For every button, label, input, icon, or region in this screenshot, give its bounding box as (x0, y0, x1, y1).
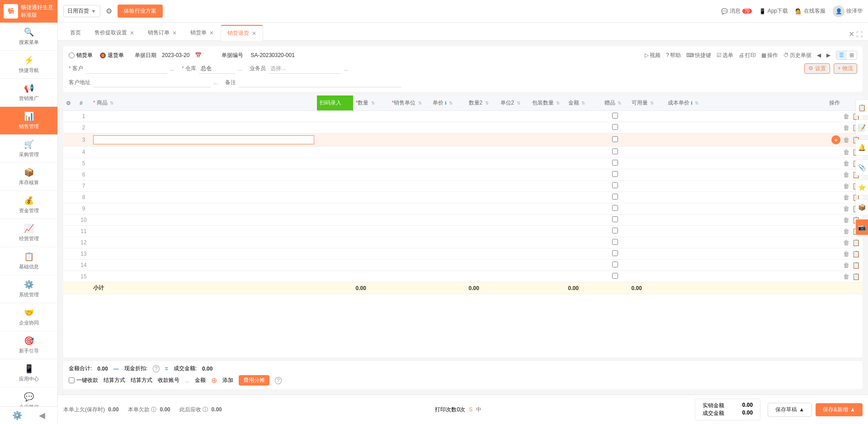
rp-btn-6[interactable]: 📦 (855, 199, 868, 215)
cell-qty-4[interactable] (353, 147, 389, 158)
sidebar-item-basic[interactable]: 📋基础信息 (0, 247, 57, 275)
cell-pack-qty-8[interactable] (529, 192, 566, 203)
cell-sales-unit-6[interactable] (389, 169, 430, 181)
cell-qty2-10[interactable] (466, 214, 498, 226)
cell-unit-price-6[interactable] (430, 169, 466, 181)
cell-qty-5[interactable] (353, 158, 389, 169)
shortcut-btn[interactable]: ⌨ 快捷键 (686, 52, 711, 59)
sidebar-item-finance[interactable]: 💰资金管理 (0, 191, 57, 219)
cell-qty2-8[interactable] (466, 192, 498, 203)
cell-amount-7[interactable] (566, 181, 602, 192)
rp-btn-1[interactable]: 📋 (855, 100, 868, 116)
cell-unit-price-12[interactable] (430, 237, 466, 248)
tab-close-order[interactable]: ✕ (172, 30, 177, 36)
cell-pack-qty-10[interactable] (529, 214, 566, 226)
cell-unit2-15[interactable] (498, 271, 529, 282)
help-circle-icon[interactable]: ? (153, 365, 160, 372)
gift-checkbox-12[interactable] (612, 239, 618, 245)
sidebar-item-purchase[interactable]: 🛒采购管理 (0, 135, 57, 163)
available-sort-icon[interactable]: ⇅ (650, 100, 654, 105)
tab-close-sales[interactable]: ✕ (209, 30, 214, 36)
cell-pack-qty-6[interactable] (529, 169, 566, 181)
cell-cost-price-13[interactable] (665, 248, 827, 260)
column-settings-icon[interactable]: ⚙ (66, 100, 71, 106)
cell-available-14[interactable] (629, 260, 665, 271)
cell-cost-price-1[interactable] (665, 111, 827, 122)
save-dropdown-icon[interactable]: ▲ (850, 406, 855, 413)
set-btn[interactable]: ⚙ 设置 (804, 63, 830, 74)
cell-amount-5[interactable] (566, 158, 602, 169)
note-input[interactable] (239, 77, 401, 87)
draft-dropdown-icon[interactable]: ▲ (799, 406, 804, 413)
cell-qty2-5[interactable] (466, 158, 498, 169)
cell-goods-3[interactable] (90, 133, 317, 147)
cell-sales-unit-10[interactable] (389, 214, 430, 226)
cell-cost-price-9[interactable] (665, 203, 827, 214)
cell-qty2-2[interactable] (466, 122, 498, 133)
del-btn-'+i+'[interactable]: 🗑 (843, 250, 849, 257)
rp-btn-5[interactable]: ⭐ (855, 179, 868, 195)
del-btn-'+i+'[interactable]: 🗑 (843, 136, 849, 143)
save-draft-btn[interactable]: 保存草稿 ▲ (768, 403, 812, 417)
tab-close-price[interactable]: ✕ (130, 30, 134, 36)
cell-pack-qty-2[interactable] (529, 122, 566, 133)
gift-checkbox-7[interactable] (612, 182, 618, 188)
cell-pack-qty-1[interactable] (529, 111, 566, 122)
cell-unit-price-3[interactable] (430, 133, 466, 147)
cell-cost-price-10[interactable] (665, 214, 827, 226)
cell-amount-14[interactable] (566, 260, 602, 271)
cell-qty2-15[interactable] (466, 271, 498, 282)
del-btn-'+i+'[interactable]: 🗑 (843, 262, 849, 269)
cell-cost-price-14[interactable] (665, 260, 827, 271)
cell-sales-unit-7[interactable] (389, 181, 430, 192)
operate-btn[interactable]: ▦ 操作 (761, 52, 778, 59)
cell-qty-10[interactable] (353, 214, 389, 226)
cell-cost-price-4[interactable] (665, 147, 827, 158)
cell-qty-15[interactable] (353, 271, 389, 282)
history-btn[interactable]: ⏱ 历史单据 (783, 52, 811, 59)
cell-amount-1[interactable] (566, 111, 602, 122)
cell-unit-price-7[interactable] (430, 181, 466, 192)
cell-sales-unit-4[interactable] (389, 147, 430, 158)
sales-unit-sort-icon[interactable]: ⇅ (418, 100, 422, 105)
cell-available-15[interactable] (629, 271, 665, 282)
cell-amount-10[interactable] (566, 214, 602, 226)
gift-checkbox-5[interactable] (612, 160, 618, 166)
list-view-icon[interactable]: ☰ (836, 51, 847, 59)
gift-checkbox-1[interactable] (612, 113, 618, 119)
cell-qty2-14[interactable] (466, 260, 498, 271)
cell-cost-price-2[interactable] (665, 122, 827, 133)
cell-available-6[interactable] (629, 169, 665, 181)
cell-pack-qty-3[interactable] (529, 133, 566, 147)
cell-cost-price-7[interactable] (665, 181, 827, 192)
rp-btn-4[interactable]: 📎 (855, 159, 868, 176)
cell-amount-8[interactable] (566, 192, 602, 203)
del-btn-'+i+'[interactable]: 🗑 (843, 160, 849, 167)
cell-qty2-4[interactable] (466, 147, 498, 158)
del-btn-'+i+'[interactable]: 🗑 (843, 239, 849, 246)
customer-input[interactable] (86, 64, 167, 74)
cell-qty-2[interactable] (353, 122, 389, 133)
del-btn-'+i+'[interactable]: 🗑 (843, 228, 849, 235)
pack-qty-sort-icon[interactable]: ⇅ (556, 100, 560, 105)
cell-qty-3[interactable] (353, 133, 389, 147)
cell-available-5[interactable] (629, 158, 665, 169)
warehouse-dots[interactable]: ... (238, 66, 242, 72)
app-download-btn[interactable]: 📱 App下载 (759, 7, 788, 15)
warehouse-input[interactable]: 总仓 (199, 64, 235, 74)
cell-sales-unit-13[interactable] (389, 248, 430, 260)
cell-unit-price-11[interactable] (430, 226, 466, 237)
del-btn-'+i+'[interactable]: 🗑 (843, 194, 849, 201)
gift-checkbox-3[interactable] (612, 136, 618, 142)
cell-cost-price-15[interactable] (665, 271, 827, 282)
cell-available-9[interactable] (629, 203, 665, 214)
cell-pack-qty-15[interactable] (529, 271, 566, 282)
sidebar-item-sales[interactable]: 📊销售管理 (0, 107, 57, 135)
cell-unit-price-14[interactable] (430, 260, 466, 271)
gift-checkbox-8[interactable] (612, 194, 618, 200)
collapse-icon[interactable]: ◀ (39, 410, 45, 420)
cell-available-11[interactable] (629, 226, 665, 237)
tab-home[interactable]: 首页 (63, 25, 88, 40)
sidebar-item-marketing[interactable]: 📢营销推广 (0, 79, 57, 107)
gift-checkbox-6[interactable] (612, 171, 618, 177)
